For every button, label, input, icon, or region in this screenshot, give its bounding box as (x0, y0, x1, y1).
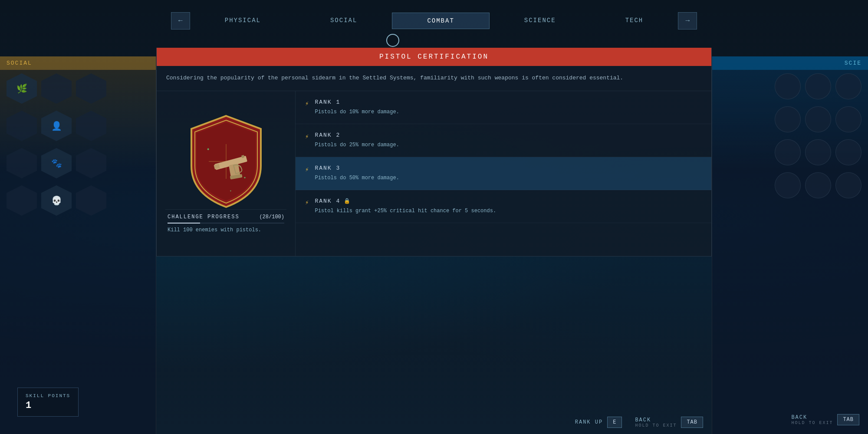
rank-up-label: RANK UP (575, 419, 603, 425)
rank-4-icon: ⚡ (305, 199, 309, 206)
main-skill-panel: PISTOL CERTIFICATION Considering the pop… (156, 48, 712, 408)
right-skill-4-1[interactable] (775, 172, 801, 198)
rank-3-desc: Pistols do 50% more damage. (315, 174, 702, 182)
left-skill-1-3[interactable] (76, 73, 106, 104)
rank-4-desc: Pistol kills grant +25% critical hit cha… (315, 207, 702, 215)
left-skill-row-1: 🌿 (0, 70, 156, 107)
right-skill-row-3 (712, 136, 868, 169)
rank-1-desc: Pistols do 10% more damage. (315, 108, 702, 116)
rank-up-key[interactable]: E (607, 417, 622, 428)
rank-2-icon: ⚡ (305, 133, 309, 140)
left-skill-4-2[interactable]: 💀 (41, 185, 72, 216)
left-skill-3-1[interactable] (7, 148, 37, 178)
left-skill-row-3: 🐾 (0, 145, 156, 182)
rank-4-content: RANK 4 🔒 Pistol kills grant +25% critica… (315, 198, 702, 215)
rank-3-icon: ⚡ (305, 166, 309, 173)
right-skill-1-2[interactable] (805, 73, 831, 99)
left-skill-1-1[interactable]: 🌿 (7, 73, 37, 104)
skill-detail-body: PISTOL CERTIFICATION Considering the pop… (156, 48, 712, 256)
bottom-right-bar: BACK HOLD TO EXIT TAB (791, 414, 859, 425)
rank-up-action: RANK UP E (575, 417, 622, 428)
left-skill-4-1[interactable] (7, 185, 37, 216)
hold-to-exit-label: HOLD TO EXIT (635, 423, 677, 428)
left-skill-row-2: 👤 (0, 107, 156, 145)
rank-4-lock-icon: 🔒 (344, 198, 351, 204)
skill-points-label: SKILL POINTS (26, 393, 70, 398)
skill-content-area: ✦ ✦ ✦ CHALLENGE PROGRESS (28/100) Kill 1… (157, 91, 711, 256)
bottom-back-key[interactable]: TAB (837, 414, 859, 425)
svg-text:✦: ✦ (207, 146, 210, 152)
skill-image-section: ✦ ✦ ✦ CHALLENGE PROGRESS (28/100) Kill 1… (157, 91, 296, 256)
right-skill-1-3[interactable] (835, 73, 861, 99)
challenge-header: CHALLENGE PROGRESS (28/100) (168, 214, 284, 220)
right-skill-2-1[interactable] (775, 106, 801, 132)
rank-3-content: RANK 3 Pistols do 50% more damage. (315, 165, 702, 182)
rank-item-1[interactable]: ⚡ RANK 1 Pistols do 10% more damage. (296, 91, 711, 124)
challenge-section: CHALLENGE PROGRESS (28/100) Kill 100 ene… (165, 209, 286, 233)
ranks-section: ⚡ RANK 1 Pistols do 10% more damage. ⚡ R… (296, 91, 711, 256)
back-key[interactable]: TAB (681, 417, 703, 428)
left-skill-4-3[interactable] (76, 185, 106, 216)
right-skill-2-2[interactable] (805, 106, 831, 132)
next-nav-button[interactable]: → (678, 12, 697, 30)
rank-2-content: RANK 2 Pistols do 25% more damage. (315, 132, 702, 149)
tab-social[interactable]: SOCIAL (296, 13, 392, 29)
nav-bar: ← PHYSICAL SOCIAL COMBAT SCIENCE TECH → (0, 12, 868, 30)
bottom-back-label: BACK (791, 414, 833, 421)
left-skill-1-2[interactable] (41, 73, 72, 104)
prev-nav-button[interactable]: ← (171, 12, 190, 30)
svg-text:✦: ✦ (243, 175, 246, 180)
right-skill-row-2 (712, 103, 868, 136)
skill-selector-indicator (386, 34, 399, 47)
svg-text:✦: ✦ (230, 189, 232, 193)
rank-3-title: RANK 3 (315, 165, 702, 171)
left-skill-2-3[interactable] (76, 111, 106, 141)
rank-2-title: RANK 2 (315, 132, 702, 138)
skill-points-value: 1 (26, 400, 70, 411)
right-panel-header: SCIE (712, 56, 868, 70)
skill-points-box: SKILL POINTS 1 (17, 388, 79, 417)
left-skill-2-2[interactable]: 👤 (41, 111, 72, 141)
right-sidebar-panel: SCIE (712, 56, 868, 434)
skill-title: PISTOL CERTIFICATION (157, 48, 711, 66)
left-skill-3-2[interactable]: 🐾 (41, 148, 72, 178)
progress-bar (168, 223, 284, 224)
rank-1-icon: ⚡ (305, 100, 309, 107)
right-skill-4-3[interactable] (835, 172, 861, 198)
right-skill-3-1[interactable] (775, 139, 801, 165)
nav-tabs: PHYSICAL SOCIAL COMBAT SCIENCE TECH (190, 13, 678, 29)
right-skill-2-3[interactable] (835, 106, 861, 132)
rank-4-title: RANK 4 🔒 (315, 198, 702, 204)
right-skill-row-4 (712, 169, 868, 202)
right-skill-row-1 (712, 70, 868, 103)
challenge-description: Kill 100 enemies with pistols. (168, 227, 284, 233)
skill-badge: ✦ ✦ ✦ (183, 114, 270, 209)
action-bar: RANK UP E BACK HOLD TO EXIT TAB (156, 411, 712, 434)
tab-science[interactable]: SCIENCE (490, 13, 591, 29)
left-skill-3-3[interactable] (76, 148, 106, 178)
tab-physical[interactable]: PHYSICAL (190, 13, 296, 29)
challenge-progress-value: (28/100) (259, 214, 284, 220)
tab-combat[interactable]: COMBAT (392, 13, 489, 29)
tab-tech[interactable]: TECH (591, 13, 678, 29)
rank-2-desc: Pistols do 25% more damage. (315, 141, 702, 149)
progress-fill (168, 223, 200, 224)
skill-description: Considering the popularity of the person… (157, 66, 711, 91)
rank-item-4[interactable]: ⚡ RANK 4 🔒 Pistol kills grant +25% criti… (296, 190, 711, 223)
right-skill-1-1[interactable] (775, 73, 801, 99)
back-label: BACK (635, 417, 677, 423)
left-sidebar-panel: SOCIAL 🌿 👤 🐾 💀 (0, 56, 156, 434)
rank-item-2[interactable]: ⚡ RANK 2 Pistols do 25% more damage. (296, 124, 711, 157)
rank-1-content: RANK 1 Pistols do 10% more damage. (315, 99, 702, 116)
rank-item-3[interactable]: ⚡ RANK 3 Pistols do 50% more damage. (296, 157, 711, 190)
challenge-title: CHALLENGE PROGRESS (168, 214, 240, 220)
right-skill-3-3[interactable] (835, 139, 861, 165)
rank-1-title: RANK 1 (315, 99, 702, 105)
left-skill-2-1[interactable] (7, 111, 37, 141)
left-skill-row-4: 💀 (0, 182, 156, 219)
right-skill-4-2[interactable] (805, 172, 831, 198)
back-action: BACK HOLD TO EXIT TAB (635, 417, 703, 428)
bottom-hold-label: HOLD TO EXIT (791, 421, 833, 425)
left-panel-header: SOCIAL (0, 56, 156, 70)
right-skill-3-2[interactable] (805, 139, 831, 165)
